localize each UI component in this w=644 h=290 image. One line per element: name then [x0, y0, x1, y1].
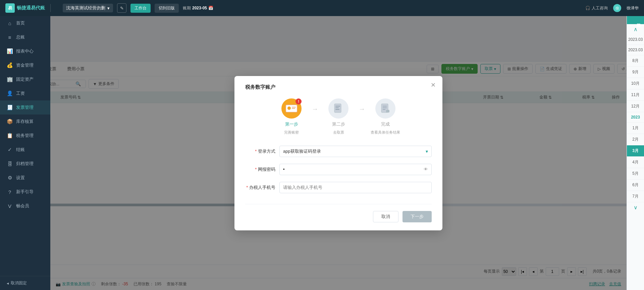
period-header[interactable]: 期间选择: [627, 16, 644, 24]
period-month-jan[interactable]: 1月: [627, 123, 644, 134]
switch-version-button[interactable]: 切到旧版: [155, 4, 179, 13]
home-icon: ⌂: [7, 20, 13, 26]
period-month-10[interactable]: 10月: [627, 78, 644, 89]
select-arrow-icon: ▾: [426, 149, 428, 154]
step-2-icon: [328, 98, 348, 119]
assets-icon: 🏢: [7, 76, 13, 82]
sidebar-item-ledger[interactable]: ≡ 总账: [0, 30, 50, 44]
next-button[interactable]: 下一步: [402, 211, 432, 222]
period-month-apr[interactable]: 4月: [627, 157, 644, 168]
svg-rect-7: [335, 109, 339, 110]
pin-icon: ◂: [7, 281, 9, 286]
period-month-11[interactable]: 11月: [627, 89, 644, 101]
sidebar-label-inventory: 库存核算: [16, 119, 34, 125]
sidebar-item-settings[interactable]: ⚙ 设置: [0, 171, 50, 185]
sidebar-item-funds[interactable]: 💰 资金管理: [0, 58, 50, 72]
sidebar-item-payroll[interactable]: 👤 工资: [0, 86, 50, 100]
inventory-icon: 📦: [7, 119, 13, 125]
password-input[interactable]: [283, 164, 428, 175]
cancel-button[interactable]: 取消: [373, 211, 398, 222]
sidebar-label-settlement: 结账: [16, 147, 25, 153]
sidebar-item-assets[interactable]: 🏢 固定资产: [0, 72, 50, 86]
period-month-2[interactable]: 2023.03: [627, 45, 644, 55]
sidebar-item-archive[interactable]: 🗄 归档管理: [0, 157, 50, 171]
form-row-password: 网报密码 👁: [245, 164, 432, 175]
period-month-jun[interactable]: 6月: [627, 179, 644, 191]
eye-icon[interactable]: 👁: [424, 167, 428, 172]
step-3-icon: [375, 98, 395, 119]
step-1-icon: !: [281, 98, 302, 119]
period-month-feb[interactable]: 2月: [627, 134, 644, 145]
headset-icon: 🎧: [585, 6, 590, 10]
svg-rect-6: [335, 107, 339, 108]
id-card-icon: [285, 104, 298, 113]
step-3-label: 完成: [381, 121, 390, 127]
support-link[interactable]: 🎧 人工咨询: [585, 5, 608, 11]
settings-icon: ⚙: [7, 175, 13, 181]
sidebar-item-member[interactable]: V 畅会员: [0, 199, 50, 213]
step-2-label: 第二步: [332, 121, 345, 127]
sidebar-item-invoices[interactable]: 🧾 发票管理: [0, 100, 50, 115]
period-month-9[interactable]: 9月: [627, 67, 644, 78]
svg-rect-0: [286, 105, 297, 112]
sidebar-label-home: 首页: [16, 20, 25, 26]
tax-icon: 📋: [7, 133, 13, 139]
period-month-1[interactable]: 2023.03: [627, 34, 644, 45]
period-month-mar[interactable]: 3月: [627, 145, 644, 157]
step-1-label: 第一步: [285, 121, 298, 127]
svg-rect-2: [292, 107, 296, 107]
sidebar-item-inventory[interactable]: 📦 库存核算: [0, 115, 50, 129]
sidebar-item-home[interactable]: ⌂ 首页: [0, 16, 50, 30]
period-month-may[interactable]: 5月: [627, 168, 644, 179]
app-logo: 易 畅捷通易代账: [5, 3, 45, 13]
step-1-desc: 完善账密: [284, 130, 299, 135]
scroll-down-arrow[interactable]: ∨: [632, 202, 640, 213]
modal-close-button[interactable]: ✕: [431, 81, 436, 89]
period-year-2023[interactable]: 2023: [627, 112, 644, 123]
workspace-button[interactable]: 工作台: [130, 4, 151, 13]
settlement-icon: ✓: [7, 147, 13, 153]
sidebar-label-tax: 税务管理: [16, 133, 34, 139]
company-selector[interactable]: 沈海英测试经营勿删 ▾: [63, 4, 113, 12]
password-input-wrap: 👁: [279, 164, 432, 175]
step-1: ! 第一步 完善账密: [271, 98, 312, 135]
top-divider: [50, 4, 51, 12]
step-badge: !: [296, 98, 302, 104]
top-right: 🎧 人工咨询 徐 徐泽华: [585, 4, 639, 12]
phone-input[interactable]: [283, 182, 428, 193]
sidebar-label-assets: 固定资产: [16, 76, 34, 82]
period-month-12[interactable]: 12月: [627, 101, 644, 112]
form-row-phone: 办税人手机号: [245, 182, 432, 193]
funds-icon: 💰: [7, 62, 13, 68]
sidebar-item-settlement[interactable]: ✓ 结账: [0, 143, 50, 157]
sidebar-bottom-pin[interactable]: ◂ 取消固定: [0, 276, 50, 290]
login-method-select[interactable]: app获取验证码登录 ▾: [279, 146, 432, 157]
period-info: 账期 2023-05 📅: [183, 5, 213, 11]
phone-input-wrap: [279, 182, 432, 193]
step-3: 完成 查看具体任务结果: [365, 98, 406, 135]
svg-rect-3: [292, 108, 295, 109]
chevron-down-icon: ▾: [107, 6, 110, 11]
modal-title: 税务数字账户: [245, 84, 432, 90]
period-panel: 期间选择 ∧ 2023.03 2023.03 8月 9月 10月 11月 12月…: [627, 16, 644, 290]
member-icon: V: [7, 203, 13, 209]
sidebar-item-reports[interactable]: 📊 报表中心: [0, 44, 50, 58]
sidebar: ⌂ 首页 ≡ 总账 📊 报表中心 💰 资金管理 🏢 固定资产 👤 工资 🧾 发票…: [0, 16, 50, 290]
period-month-8[interactable]: 8月: [627, 55, 644, 67]
period-month-jul[interactable]: 7月: [627, 191, 644, 202]
scroll-up-arrow[interactable]: ∧: [632, 24, 640, 34]
document-icon: [333, 103, 344, 114]
sidebar-item-tax[interactable]: 📋 税务管理: [0, 129, 50, 143]
user-avatar: 徐: [613, 4, 621, 12]
invoices-icon: 🧾: [7, 104, 13, 111]
calendar-icon[interactable]: 📅: [208, 6, 213, 10]
sidebar-item-guide[interactable]: ? 新手引导: [0, 185, 50, 199]
sidebar-label-reports: 报表中心: [16, 48, 34, 54]
svg-point-1: [287, 106, 291, 110]
sidebar-label-guide: 新手引导: [16, 189, 34, 195]
modal-overlay: 税务数字账户 ✕ ! 第一步 完善账密: [50, 16, 627, 290]
company-edit-icon[interactable]: ✎: [117, 3, 126, 13]
sidebar-label-member: 畅会员: [16, 203, 29, 209]
password-label: 网报密码: [245, 166, 275, 172]
app-title: 畅捷通易代账: [17, 5, 45, 11]
